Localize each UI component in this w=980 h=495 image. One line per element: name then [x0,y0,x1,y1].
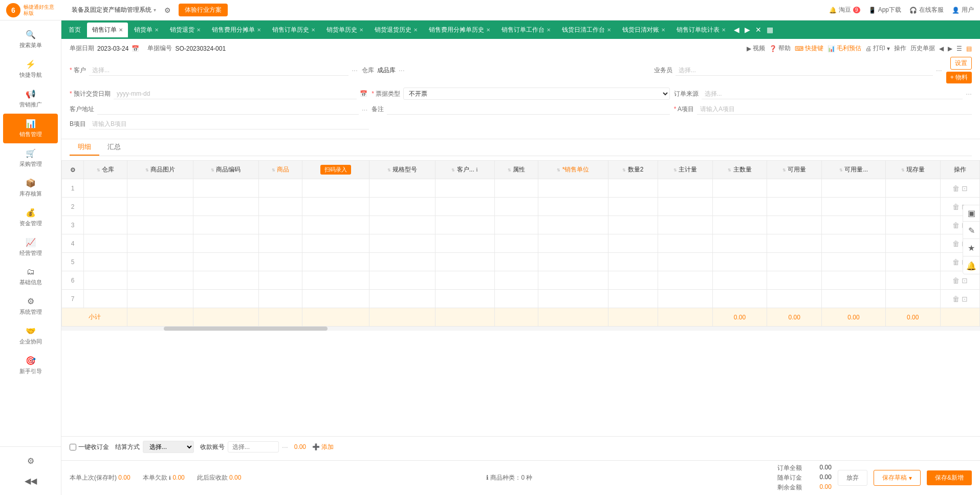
sidebar-item-config[interactable]: ⚙ [3,451,58,471]
save-new-button[interactable]: 保存&新增 [927,470,972,485]
th-main-qty[interactable]: ⇅ 主数量 [712,161,767,179]
delete-icon[interactable]: 🗑 [952,276,960,285]
addr-dots[interactable]: ··· [362,105,368,114]
customer-input[interactable] [89,65,349,76]
profit-btn[interactable]: 📊 毛利预估 [827,44,861,53]
th-product-code[interactable]: ⇅ 商品编码 [193,161,258,179]
tab-close-all-btn[interactable]: ✕ [753,24,764,36]
float-edit-btn[interactable]: ✎ [963,223,979,239]
settings-icon[interactable]: ⚙ [160,3,175,17]
scroll-bar[interactable] [164,327,328,331]
delete-icon[interactable]: 🗑 [952,221,960,229]
tab-sales-goods[interactable]: 销货单 ✕ [129,23,164,37]
row-available2[interactable] [822,179,886,198]
receipt-dots[interactable]: ··· [282,443,288,451]
tab-close-icon[interactable]: ✕ [413,27,418,33]
sidebar-item-finance[interactable]: 💰 资金管理 [3,203,58,232]
receipt-account-input[interactable] [228,441,279,453]
online-service-item[interactable]: 🎧 在线客服 [909,6,944,14]
tab-expense-history[interactable]: 销售费用分摊单历史 ✕ [424,23,495,37]
tab-close-icon[interactable]: ✕ [661,27,665,33]
save-draft-button[interactable]: 保存草稿 ▾ [874,470,921,486]
delete-icon[interactable]: 🗑 [952,184,960,192]
row-stock[interactable] [885,179,940,198]
tab-daily-workbench[interactable]: 钱货日清工作台 ✕ [557,23,616,37]
calendar-icon[interactable]: 📅 [132,45,139,52]
tab-goods-history[interactable]: 销货单历史 ✕ [321,23,368,37]
warehouse-dots[interactable]: ··· [399,66,405,74]
nav-next-btn[interactable]: ▶ [948,45,952,52]
tab-close-icon[interactable]: ✕ [547,27,551,33]
salesperson-input[interactable] [676,65,933,76]
sidebar-item-collapse[interactable]: ◀◀ [3,471,58,491]
float-expand-btn[interactable]: ▣ [963,205,979,222]
setup-button[interactable]: 设置 [950,57,972,70]
sidebar-item-inventory[interactable]: 📦 库存核算 [3,173,58,203]
app-download-item[interactable]: 📱 App下载 [868,6,901,14]
discard-button[interactable]: 放弃 [838,470,867,486]
th-product[interactable]: ⇅ 商品 [258,161,302,179]
sidebar-item-baseinfo[interactable]: 🗂 基础信息 [3,262,58,291]
row-sales-unit[interactable] [538,179,608,198]
sidebar-item-operations[interactable]: 📈 经营管理 [3,232,58,262]
tab-close-icon[interactable]: ✕ [359,27,363,33]
row-main-qty[interactable] [712,179,767,198]
th-main-unit[interactable]: ⇅ 主计量 [658,161,712,179]
nav-prev-btn[interactable]: ◀ [939,45,944,52]
row-main-unit[interactable] [658,179,712,198]
delivery-calendar-icon[interactable]: 📅 [360,90,367,97]
b-project-input[interactable] [89,119,369,130]
th-available2[interactable]: ⇅ 可用量... [822,161,886,179]
help-btn[interactable]: ❓ 帮助 [769,44,791,53]
delivery-input[interactable] [114,89,357,99]
tab-sales-order[interactable]: 销售订单 ✕ [87,23,128,37]
tab-return-history[interactable]: 销货退货历史 ✕ [369,23,423,37]
copy-icon[interactable]: ⊡ [962,295,968,303]
row-warehouse[interactable] [84,179,127,198]
sidebar-item-purchase[interactable]: 🛒 采购管理 [3,143,58,173]
shortcut-btn[interactable]: ⌨ 快捷键 [795,44,823,53]
th-settings[interactable]: ⚙ [62,161,84,179]
th-customer-code[interactable]: ⇅ 客户... ℹ [435,161,494,179]
sidebar-item-tutorial[interactable]: 🎯 新手引导 [3,351,58,380]
row-spec[interactable] [369,179,435,198]
tab-close-icon[interactable]: ✕ [155,27,159,33]
tab-close-icon[interactable]: ✕ [607,27,611,33]
copy-icon[interactable]: ⊡ [962,184,968,192]
tab-next-btn[interactable]: ▶ [743,24,752,36]
customer-addr-input[interactable] [97,104,359,115]
tab-daily-reconcile[interactable]: 钱货日清对账 ✕ [617,23,670,37]
tab-close-icon[interactable]: ✕ [486,27,490,33]
th-available[interactable]: ⇅ 可用量 [767,161,822,179]
remark-input[interactable] [387,104,669,115]
th-qty2[interactable]: ⇅ 数量2 [608,161,658,179]
print-btn[interactable]: 🖨 打印 ▾ [865,44,890,53]
delete-icon[interactable]: 🗑 [952,295,960,303]
tab-sales-return[interactable]: 销货退货 ✕ [165,23,206,37]
sidebar-item-enterprise[interactable]: 🤝 企业协同 [3,321,58,351]
tab-close-icon[interactable]: ✕ [119,27,123,33]
add-product-button[interactable]: + 物料 [946,72,972,83]
delete-icon[interactable]: 🗑 [952,258,960,266]
tab-close-icon[interactable]: ✕ [722,27,726,33]
scan-button[interactable]: 扫码录入 [320,165,351,175]
salesperson-dots[interactable]: ··· [936,66,942,74]
tab-home[interactable]: 首页 [63,23,86,37]
payment-method-select[interactable]: 选择... [143,441,194,453]
sidebar-item-search[interactable]: 🔍 搜索菜单 [3,25,58,54]
th-sales-unit[interactable]: ⇅ *销售单位 [538,161,608,179]
tab-workbench[interactable]: 销售订单工作台 ✕ [496,23,556,37]
row-qty2[interactable] [608,179,658,198]
add-button[interactable]: ➕ 添加 [312,443,334,451]
tab-summary[interactable]: 汇总 [99,139,129,156]
row-product-img[interactable] [127,179,193,198]
one-key-checkbox[interactable]: 一键收订金 [70,443,109,451]
tab-close-icon[interactable]: ✕ [197,27,201,33]
th-warehouse[interactable]: ⇅ 仓库 [84,161,127,179]
row-product-code[interactable] [193,179,258,198]
row-scan[interactable] [302,179,369,198]
notification-item[interactable]: 🔔 淘豆 9 [829,6,860,14]
system-name[interactable]: 装备及固定资产辅助管理系统 ▾ [72,6,156,14]
customer-dots[interactable]: ··· [352,66,358,74]
order-source-input[interactable] [702,89,963,99]
